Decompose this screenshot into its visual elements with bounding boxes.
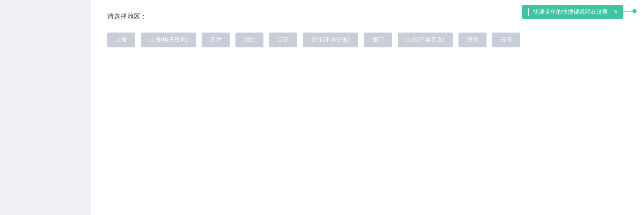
region-buttons: 上海上海(电子税局)天津河北江苏浙江(不含宁波)厦门山东(不含青岛)海南云南 [107, 33, 628, 47]
region-button[interactable]: 浙江(不含宁波) [303, 33, 358, 47]
main-content: 请选择地区： 上海上海(电子税局)天津河北江苏浙江(不含宁波)厦门山东(不含青岛… [91, 0, 644, 215]
tooltip-popup: 快速录单的快捷键说明在这里 × [522, 5, 623, 19]
region-button[interactable]: 江苏 [269, 33, 297, 47]
region-button[interactable]: 山东(不含青岛) [398, 33, 453, 47]
region-button[interactable]: 云南 [492, 33, 520, 47]
sidebar [0, 0, 91, 215]
tooltip-text: 快速录单的快捷键说明在这里 [533, 8, 608, 16]
tooltip-dot [632, 9, 637, 13]
region-button[interactable]: 上海(电子税局) [141, 33, 196, 47]
region-button[interactable]: 天津 [202, 33, 230, 47]
tooltip-close-button[interactable]: × [614, 9, 618, 15]
region-button[interactable]: 上海 [107, 33, 135, 47]
region-button[interactable]: 厦门 [364, 33, 392, 47]
tooltip-line [623, 11, 632, 12]
region-button[interactable]: 河北 [235, 33, 263, 47]
region-button[interactable]: 海南 [458, 33, 487, 47]
